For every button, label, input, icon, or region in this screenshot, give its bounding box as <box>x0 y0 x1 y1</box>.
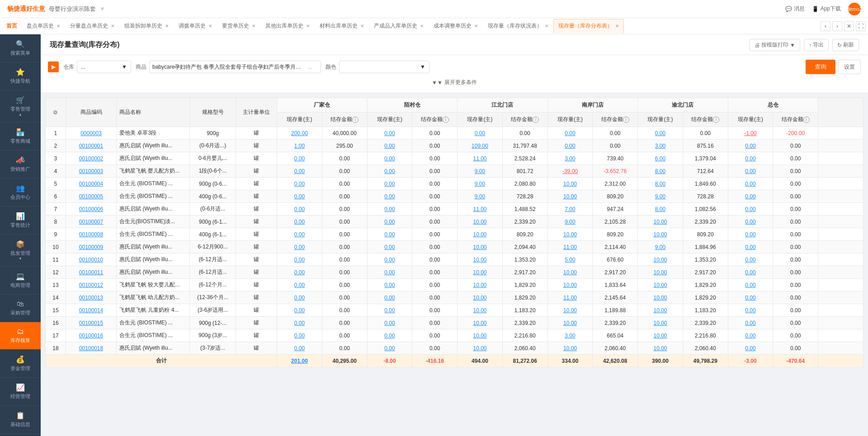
cell-yb-qty[interactable]: 10.00 <box>638 304 683 317</box>
cell-m-qty[interactable]: 0.00 <box>367 317 412 329</box>
sidebar-item-retail-stats[interactable]: 📊 零售统计 <box>0 206 41 234</box>
cell-t-qty[interactable]: 0.00 <box>728 279 773 291</box>
expand-conditions-btn[interactable]: ▼▼ 展开更多条件 <box>428 77 481 88</box>
cell-yb-qty[interactable]: 8.00 <box>638 203 683 216</box>
tab-t9[interactable]: 成本调整单历史 ✕ <box>429 19 483 33</box>
cell-yb-qty[interactable]: 10.00 <box>638 228 683 241</box>
cell-yb-qty[interactable]: 3.00 <box>638 140 683 152</box>
cell-f-qty[interactable]: 0.00 <box>277 317 322 329</box>
cell-code[interactable]: 00100007 <box>66 216 116 228</box>
settings-icon[interactable]: ⚙ <box>52 108 60 117</box>
cell-yb-qty[interactable]: 10.00 <box>638 279 683 291</box>
cell-jb-qty[interactable]: 10.00 <box>458 291 503 304</box>
cell-na-qty[interactable]: 10.00 <box>547 304 593 317</box>
cell-na-qty[interactable]: 7.00 <box>547 203 593 216</box>
close-icon[interactable]: ✕ <box>474 23 478 28</box>
cell-f-qty[interactable]: 0.00 <box>277 216 322 228</box>
tab-close-all[interactable]: ✕ <box>844 21 854 31</box>
cell-code[interactable]: 00100004 <box>66 178 116 190</box>
cell-na-qty[interactable]: 3.00 <box>547 152 593 165</box>
cell-code[interactable]: 00100018 <box>66 342 116 355</box>
tab-t4[interactable]: 调拨单历史 ✕ <box>174 19 217 33</box>
info-icon[interactable]: i <box>352 117 359 123</box>
close-icon[interactable]: ✕ <box>615 23 619 28</box>
cell-na-qty[interactable]: 11.00 <box>547 241 593 253</box>
cell-jb-qty[interactable]: 9.00 <box>458 165 503 178</box>
cell-m-qty[interactable]: 0.00 <box>367 228 412 241</box>
cell-t-qty[interactable]: 0.00 <box>728 329 773 342</box>
cell-t-qty[interactable]: 0.00 <box>728 152 773 165</box>
cell-m-qty[interactable]: 0.00 <box>367 140 412 152</box>
close-icon[interactable]: ✕ <box>420 23 424 28</box>
cell-code[interactable]: 00100014 <box>66 304 116 317</box>
cell-yb-qty[interactable]: 8.00 <box>638 178 683 190</box>
cell-t-qty[interactable]: 0.00 <box>728 304 773 317</box>
tab-t6[interactable]: 其他出库单历史 ✕ <box>260 19 315 33</box>
tab-t2[interactable]: 分量盘点单历史 ✕ <box>65 19 119 33</box>
cell-m-qty[interactable]: 0.00 <box>367 342 412 355</box>
cell-yb-qty[interactable]: 9.00 <box>638 190 683 203</box>
cell-f-qty[interactable]: 0.00 <box>277 241 322 253</box>
sidebar-item-operations[interactable]: 📈 经营管理 <box>0 378 41 406</box>
cell-code[interactable]: 0000003 <box>66 127 116 140</box>
cell-m-qty[interactable]: 0.00 <box>367 178 412 190</box>
cell-na-qty[interactable]: 10.00 <box>547 317 593 329</box>
cell-f-qty[interactable]: 0.00 <box>277 178 322 190</box>
cell-na-qty[interactable]: 0.00 <box>547 140 593 152</box>
cell-t-qty[interactable]: 0.00 <box>728 178 773 190</box>
cell-f-qty[interactable]: 0.00 <box>277 291 322 304</box>
cell-f-qty[interactable]: 0.00 <box>277 165 322 178</box>
cell-na-qty[interactable]: 5.00 <box>547 253 593 266</box>
sidebar-item-ecommerce[interactable]: 💻 电商管理 <box>0 267 41 295</box>
cell-code[interactable]: 00100015 <box>66 317 116 329</box>
cell-t-qty[interactable]: 0.00 <box>728 140 773 152</box>
sidebar-item-marketing[interactable]: 📣 营销推广 <box>0 150 41 178</box>
cell-f-qty[interactable]: 0.00 <box>277 304 322 317</box>
close-icon[interactable]: ✕ <box>545 23 548 28</box>
cell-t-qty[interactable]: 0.00 <box>728 228 773 241</box>
cell-na-qty[interactable]: 10.00 <box>547 228 593 241</box>
cell-t-qty[interactable]: 0.00 <box>728 317 773 329</box>
cell-m-qty[interactable]: 0.00 <box>367 266 412 279</box>
cell-code[interactable]: 00100009 <box>66 241 116 253</box>
cell-code[interactable]: 00100012 <box>66 279 116 291</box>
sidebar-item-retail-mgmt[interactable]: 🛒 零售管理 ▲ <box>0 90 41 122</box>
cell-yb-qty[interactable]: 0.00 <box>638 127 683 140</box>
cell-m-qty[interactable]: 0.00 <box>367 304 412 317</box>
cell-yb-qty[interactable]: 6.00 <box>638 152 683 165</box>
tab-expand[interactable]: ⛶ <box>856 21 866 31</box>
close-icon[interactable]: ✕ <box>165 23 169 28</box>
cell-jb-qty[interactable]: 10.00 <box>458 304 503 317</box>
cell-jb-qty[interactable]: 9.00 <box>458 178 503 190</box>
sidebar-item-members[interactable]: 👥 会员中心 <box>0 178 41 206</box>
info-icon[interactable]: i <box>443 117 449 123</box>
sidebar-item-basic-info[interactable]: 📋 基础信息 <box>0 406 41 434</box>
cell-jb-qty[interactable]: 10.00 <box>458 253 503 266</box>
cell-t-qty[interactable]: 0.00 <box>728 266 773 279</box>
cell-na-qty[interactable]: 11.00 <box>547 291 593 304</box>
info-icon[interactable]: i <box>713 117 719 123</box>
close-icon[interactable]: ✕ <box>208 23 212 28</box>
cell-yb-qty[interactable]: 10.00 <box>638 253 683 266</box>
sidebar-item-finance[interactable]: 💰 资金管理 <box>0 350 41 378</box>
sidebar-item-mall[interactable]: 🏪 零售商城 <box>0 122 41 150</box>
cell-f-qty[interactable]: 0.00 <box>277 228 322 241</box>
cell-m-qty[interactable]: 0.00 <box>367 253 412 266</box>
tab-t10[interactable]: 现存量（库存状况表） ✕ <box>483 19 553 33</box>
cell-m-qty[interactable]: 0.00 <box>367 241 412 253</box>
info-icon[interactable]: i <box>623 117 629 123</box>
cell-na-qty[interactable]: 10.00 <box>547 342 593 355</box>
cell-yb-qty[interactable]: 10.00 <box>638 291 683 304</box>
cell-yb-qty[interactable]: 10.00 <box>638 329 683 342</box>
cell-m-qty[interactable]: 0.00 <box>367 291 412 304</box>
cell-na-qty[interactable]: 9.00 <box>547 216 593 228</box>
tab-t8[interactable]: 产成品入库单历史 ✕ <box>369 19 429 33</box>
sidebar-item-search[interactable]: 🔍 搜索英单 <box>0 34 41 62</box>
cell-f-qty[interactable]: 0.00 <box>277 203 322 216</box>
cell-yb-qty[interactable]: 10.00 <box>638 342 683 355</box>
cell-m-qty[interactable]: 0.00 <box>367 329 412 342</box>
color-dropdown[interactable]: ▼ <box>339 61 429 73</box>
cell-code[interactable]: 00100013 <box>66 291 116 304</box>
message-btn[interactable]: 💬 消息 <box>785 5 805 13</box>
close-icon[interactable]: ✕ <box>306 23 310 28</box>
